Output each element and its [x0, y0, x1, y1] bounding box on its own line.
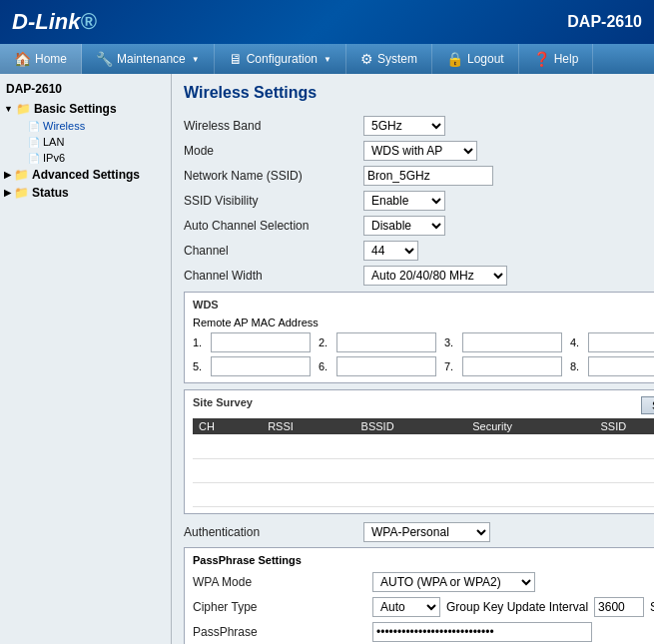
advanced-folder-icon: 📁: [14, 168, 29, 182]
ipv6-page-icon: 📄: [28, 153, 40, 164]
ssid-visibility-select[interactable]: Enable Disable: [363, 191, 445, 211]
wireless-page-icon: 📄: [28, 121, 40, 132]
ssid-visibility-row: SSID Visibility Enable Disable: [184, 191, 654, 211]
sidebar-lan-label: LAN: [43, 136, 64, 148]
mac-input-3[interactable]: [462, 332, 562, 352]
site-survey-section: Site Survey Scan CH RSSI BSSID Security …: [184, 389, 654, 514]
passphrase-box: PassPhrase Settings WPA Mode AUTO (WPA o…: [184, 547, 654, 645]
auto-channel-control: Disable Enable: [363, 216, 445, 236]
auth-select[interactable]: WPA-Personal WPA-Enterprise Open System: [363, 522, 490, 542]
nav-maintenance[interactable]: 🔧 Maintenance ▼: [82, 44, 215, 74]
survey-col-security: Security: [466, 418, 594, 434]
configuration-arrow: ▼: [324, 55, 331, 64]
nav-configuration[interactable]: 🖥 Configuration ▼: [215, 44, 346, 74]
wireless-band-control: 5GHz 2.4GHz: [363, 116, 445, 136]
mac-num-8: 8.: [570, 360, 584, 372]
sidebar-section-advanced[interactable]: ▶ 📁 Advanced Settings: [0, 166, 171, 184]
main-layout: DAP-2610 ▼ 📁 Basic Settings 📄 Wireless 📄…: [0, 74, 654, 644]
channel-row: Channel 44 36 40 48: [184, 241, 654, 261]
channel-width-select[interactable]: Auto 20/40/80 MHz 20 MHz 40 MHz 80 MHz: [363, 266, 507, 286]
mac-input-1[interactable]: [211, 332, 311, 352]
auth-section: Authentication WPA-Personal WPA-Enterpri…: [184, 522, 654, 645]
mac-num-3: 3.: [444, 336, 458, 348]
ssid-input[interactable]: [363, 166, 493, 186]
ssid-visibility-control: Enable Disable: [363, 191, 445, 211]
mac-entry-4: 4.: [570, 332, 654, 352]
mode-control: WDS with AP Access Point WDS: [363, 141, 477, 161]
survey-col-ch: CH: [193, 418, 262, 434]
survey-empty-row-2: [193, 458, 654, 482]
mac-input-7[interactable]: [462, 356, 562, 376]
mode-select[interactable]: WDS with AP Access Point WDS: [363, 141, 477, 161]
ssid-label: Network Name (SSID): [184, 169, 363, 183]
page-title: Wireless Settings: [184, 84, 654, 106]
channel-width-label: Channel Width: [184, 269, 363, 283]
sidebar-advanced-label: Advanced Settings: [32, 168, 140, 182]
sidebar-section-basic[interactable]: ▼ 📁 Basic Settings: [0, 100, 171, 118]
scan-button[interactable]: Scan: [641, 396, 654, 414]
advanced-expand-icon: ▶: [4, 170, 11, 180]
nav-help[interactable]: ❓ Help: [519, 44, 594, 74]
channel-select[interactable]: 44 36 40 48: [363, 241, 418, 261]
cipher-select[interactable]: Auto TKIP AES: [372, 597, 440, 617]
sidebar-item-lan[interactable]: 📄 LAN: [0, 134, 171, 150]
nav-maintenance-label: Maintenance: [117, 52, 186, 66]
ssid-control: [363, 166, 493, 186]
mac-input-5[interactable]: [211, 356, 311, 376]
auth-row: Authentication WPA-Personal WPA-Enterpri…: [184, 522, 654, 542]
auto-channel-select[interactable]: Disable Enable: [363, 216, 445, 236]
channel-width-control: Auto 20/40/80 MHz 20 MHz 40 MHz 80 MHz: [363, 266, 507, 286]
mac-entry-7: 7.: [444, 356, 562, 376]
passphrase-label: PassPhrase: [193, 625, 372, 639]
mac-num-1: 1.: [193, 336, 207, 348]
group-key-unit: Sec: [650, 600, 654, 614]
sidebar-ipv6-label: IPv6: [43, 152, 65, 164]
status-expand-icon: ▶: [4, 188, 11, 198]
sidebar-wireless-label: Wireless: [43, 120, 85, 132]
passphrase-title: PassPhrase Settings: [193, 554, 654, 566]
wpa-mode-row: WPA Mode AUTO (WPA or WPA2) WPA Only WPA…: [193, 572, 654, 592]
auth-label: Authentication: [184, 525, 363, 539]
sidebar: DAP-2610 ▼ 📁 Basic Settings 📄 Wireless 📄…: [0, 74, 172, 644]
mac-input-6[interactable]: [336, 356, 436, 376]
basic-expand-icon: ▼: [4, 104, 13, 114]
ssid-row: Network Name (SSID): [184, 166, 654, 186]
auth-control: WPA-Personal WPA-Enterprise Open System: [363, 522, 490, 542]
group-key-label: Group Key Update Interval: [446, 600, 588, 614]
mac-num-2: 2.: [319, 336, 332, 348]
nav-logout[interactable]: 🔒 Logout: [432, 44, 519, 74]
sidebar-item-wireless[interactable]: 📄 Wireless: [0, 118, 171, 134]
cipher-control: Auto TKIP AES Group Key Update Interval …: [372, 597, 654, 617]
wpa-mode-label: WPA Mode: [193, 575, 372, 589]
survey-table: CH RSSI BSSID Security SSID: [193, 418, 654, 507]
basic-folder-icon: 📁: [16, 102, 31, 116]
model-label: DAP-2610: [567, 13, 642, 31]
wireless-band-select[interactable]: 5GHz 2.4GHz: [363, 116, 445, 136]
group-key-input[interactable]: [594, 597, 644, 617]
mac-input-2[interactable]: [336, 332, 436, 352]
logo: D-Link®: [12, 9, 97, 35]
passphrase-input[interactable]: [372, 622, 592, 642]
mac-num-6: 6.: [319, 360, 332, 372]
header: D-Link® DAP-2610: [0, 0, 654, 44]
mac-grid: 1. 2. 3. 4. 5.: [193, 332, 654, 376]
channel-label: Channel: [184, 244, 363, 258]
lan-page-icon: 📄: [28, 137, 40, 148]
sidebar-section-status[interactable]: ▶ 📁 Status: [0, 184, 171, 202]
nav-system[interactable]: ⚙ System: [346, 44, 432, 74]
mac-input-8[interactable]: [588, 356, 654, 376]
home-icon: 🏠: [14, 51, 31, 67]
survey-title: Site Survey: [193, 396, 253, 408]
ssid-visibility-label: SSID Visibility: [184, 194, 363, 208]
configuration-icon: 🖥: [229, 51, 243, 67]
wpa-mode-select[interactable]: AUTO (WPA or WPA2) WPA Only WPA2 Only: [372, 572, 535, 592]
nav-system-label: System: [377, 52, 417, 66]
sidebar-item-ipv6[interactable]: 📄 IPv6: [0, 150, 171, 166]
nav-home[interactable]: 🏠 Home: [0, 44, 82, 74]
wds-title: WDS: [193, 299, 654, 311]
mac-input-4[interactable]: [588, 332, 654, 352]
sidebar-basic-label: Basic Settings: [34, 102, 117, 116]
mac-entry-8: 8.: [570, 356, 654, 376]
maintenance-arrow: ▼: [192, 55, 200, 64]
status-folder-icon: 📁: [14, 186, 29, 200]
